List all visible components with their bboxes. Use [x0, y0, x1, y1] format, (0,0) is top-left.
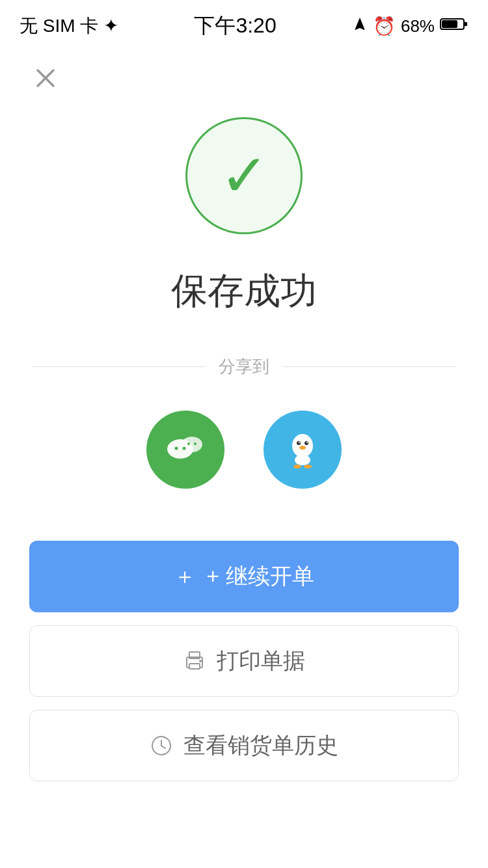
success-title: 保存成功 — [171, 267, 317, 316]
history-label: 查看销货单历史 — [183, 731, 338, 761]
svg-point-19 — [304, 465, 312, 468]
svg-point-16 — [306, 442, 308, 443]
location-icon — [352, 16, 368, 36]
wechat-share-button[interactable] — [146, 411, 224, 489]
svg-point-6 — [182, 437, 202, 452]
svg-point-15 — [299, 442, 300, 443]
printer-icon — [183, 649, 206, 673]
print-button[interactable]: 打印单据 — [29, 625, 459, 697]
svg-rect-1 — [464, 22, 467, 26]
main-content: ✓ 保存成功 分享到 — [0, 52, 488, 781]
svg-point-10 — [194, 442, 197, 445]
print-label: 打印单据 — [217, 646, 305, 676]
svg-point-12 — [295, 455, 310, 465]
svg-point-17 — [299, 446, 306, 450]
svg-point-7 — [175, 447, 178, 450]
svg-point-9 — [187, 442, 190, 445]
share-icons — [146, 411, 342, 489]
svg-point-23 — [199, 660, 202, 662]
svg-point-13 — [297, 441, 301, 445]
battery-icon — [440, 16, 468, 36]
continue-label: + 继续开单 — [206, 562, 314, 591]
qq-share-button[interactable] — [264, 411, 342, 489]
share-divider: 分享到 — [0, 355, 488, 378]
clock-icon — [150, 734, 173, 757]
svg-rect-22 — [189, 664, 200, 669]
share-section: 分享到 — [0, 355, 488, 489]
close-button[interactable] — [26, 59, 65, 98]
svg-point-8 — [183, 447, 186, 450]
svg-point-14 — [305, 441, 308, 445]
status-left: 无 SIM 卡 ✦ — [20, 14, 118, 38]
success-circle: ✓ — [185, 117, 303, 234]
checkmark-icon: ✓ — [220, 146, 269, 205]
plus-icon: ＋ — [174, 562, 196, 591]
status-bar: 无 SIM 卡 ✦ 下午3:20 ⏰ 68% — [0, 0, 488, 52]
continue-button[interactable]: ＋ + 继续开单 — [29, 541, 459, 612]
alarm-icon: ⏰ — [373, 16, 396, 37]
svg-rect-2 — [442, 20, 457, 28]
action-buttons: ＋ + 继续开单 打印单据 查看销货单 — [29, 541, 459, 781]
svg-line-26 — [161, 746, 165, 748]
svg-point-18 — [293, 465, 301, 468]
battery-label: 68% — [401, 16, 435, 36]
no-sim-label: 无 SIM 卡 ✦ — [20, 14, 118, 38]
status-time: 下午3:20 — [194, 12, 276, 40]
status-right: ⏰ 68% — [352, 16, 468, 37]
history-button[interactable]: 查看销货单历史 — [29, 710, 459, 781]
share-label: 分享到 — [206, 355, 282, 378]
